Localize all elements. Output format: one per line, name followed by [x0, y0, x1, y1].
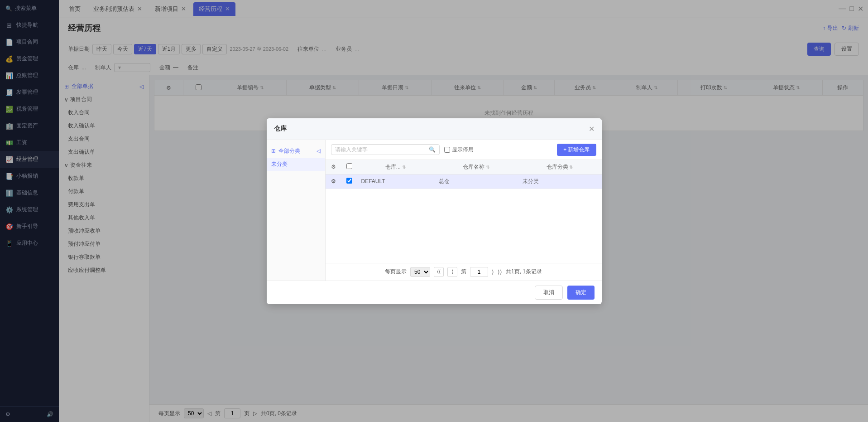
modal-all-categories[interactable]: ⊞ 全部分类 ◁	[267, 145, 325, 158]
category-item-label: 未分类	[271, 161, 288, 167]
modal-right-panel: 🔍 显示停用 + 新增仓库 ⚙	[326, 140, 602, 281]
modal-left-panel: ⊞ 全部分类 ◁ 未分类	[267, 140, 326, 281]
modal-header: 仓库 ✕	[267, 118, 602, 140]
modal-collapse-icon[interactable]: ◁	[317, 148, 321, 154]
modal-th-checkbox[interactable]	[342, 160, 357, 175]
modal-title: 仓库	[274, 125, 287, 133]
warehouse-table-header: ⚙ 仓库... 仓库名称 仓库分类	[326, 160, 602, 175]
modal-search-icon: 🔍	[429, 146, 436, 153]
modal-close-button[interactable]: ✕	[589, 125, 595, 133]
modal-page-input[interactable]	[470, 267, 488, 277]
modal-select-all[interactable]	[346, 163, 352, 169]
modal-first-page-btn[interactable]: ⟨⟨	[434, 267, 444, 277]
warehouse-table-row[interactable]: ⚙ DEFAULT 总仓 未分类	[326, 174, 602, 189]
modal-search-box: 🔍	[331, 144, 440, 155]
modal-total: 共1页, 1条记录	[506, 268, 542, 276]
modal-body: ⊞ 全部分类 ◁ 未分类 🔍 显示停用	[267, 140, 602, 281]
modal-per-page-select[interactable]: 50	[410, 267, 430, 277]
row-code: DEFAULT	[357, 174, 434, 189]
modal-next-page-btn[interactable]: ⟩	[492, 269, 494, 275]
row-checkbox[interactable]	[346, 178, 352, 184]
modal-toolbar: 🔍 显示停用 + 新增仓库	[326, 140, 602, 160]
modal-category-uncategorized[interactable]: 未分类	[267, 158, 325, 171]
modal-last-page-btn[interactable]: ⟩⟩	[498, 269, 502, 275]
category-grid-icon: ⊞	[271, 148, 276, 154]
modal-th-code[interactable]: 仓库...	[357, 160, 434, 175]
modal-overlay: 仓库 ✕ ⊞ 全部分类 ◁ 未分类	[0, 0, 868, 422]
modal-table: ⚙ 仓库... 仓库名称 仓库分类 ⚙	[326, 160, 602, 263]
warehouse-table: ⚙ 仓库... 仓库名称 仓库分类 ⚙	[326, 160, 602, 189]
modal-page-label: 第	[461, 268, 466, 276]
modal-prev-page-btn[interactable]: ⟨	[447, 267, 457, 277]
confirm-button[interactable]: 确定	[567, 286, 595, 300]
show-disabled-label[interactable]: 显示停用	[444, 146, 474, 154]
cancel-button[interactable]: 取消	[535, 286, 563, 300]
modal-th-settings[interactable]: ⚙	[326, 160, 342, 175]
modal-th-name[interactable]: 仓库名称	[434, 160, 518, 175]
warehouse-modal: 仓库 ✕ ⊞ 全部分类 ◁ 未分类	[267, 118, 602, 304]
row-name: 总仓	[434, 174, 518, 189]
modal-per-page-label: 每页显示	[385, 268, 407, 276]
modal-th-category[interactable]: 仓库分类	[518, 160, 602, 175]
show-disabled-text: 显示停用	[452, 146, 474, 154]
modal-search-input[interactable]	[335, 146, 426, 153]
row-category: 未分类	[518, 174, 602, 189]
row-settings-cell[interactable]: ⚙	[326, 174, 342, 189]
all-categories-label: 全部分类	[278, 147, 300, 155]
add-warehouse-button[interactable]: + 新增仓库	[557, 144, 596, 156]
row-checkbox-cell[interactable]	[342, 174, 357, 189]
modal-pagination: 每页显示 50 ⟨⟨ ⟨ 第 ⟩ ⟩⟩ 共1页, 1条记录	[326, 263, 602, 281]
modal-footer: 取消 确定	[267, 281, 602, 304]
show-disabled-checkbox[interactable]	[444, 147, 450, 153]
